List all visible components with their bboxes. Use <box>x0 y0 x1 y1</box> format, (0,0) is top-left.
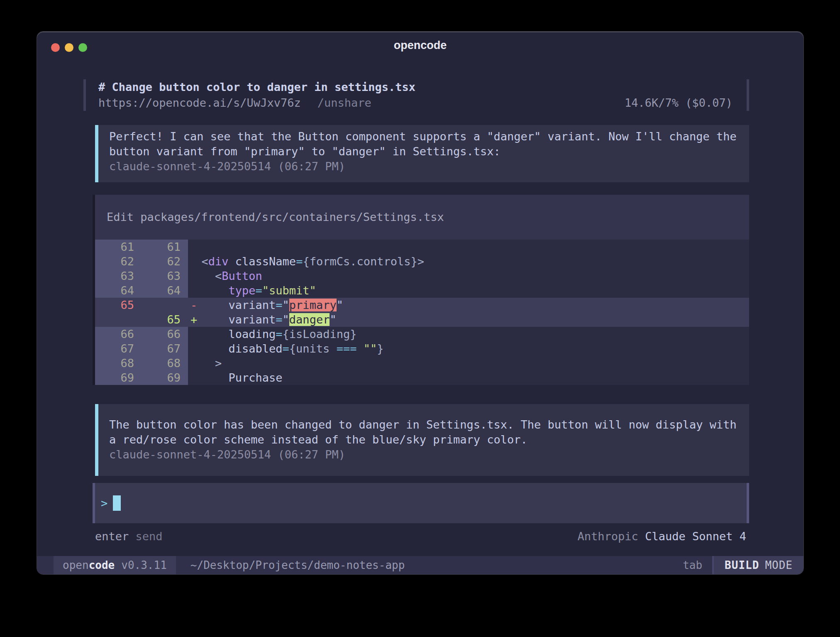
code-token: = <box>296 255 303 268</box>
edit-tool-block: Edit packages/frontend/src/containers/Se… <box>93 195 749 385</box>
opencode-window: opencode # Change button color to danger… <box>37 31 804 575</box>
code-token: < <box>188 255 208 268</box>
brand-prefix: open <box>63 559 89 571</box>
old-line-number: 66 <box>95 327 142 341</box>
new-line-number: 63 <box>142 269 188 283</box>
brand-suffix: code <box>89 559 115 571</box>
code-token: {units <box>289 342 337 355</box>
new-line-number: 65 <box>142 312 188 327</box>
code-token: = <box>256 284 262 297</box>
model-name: Claude Sonnet 4 <box>645 530 746 543</box>
diff-row: 6464 type="submit" <box>95 283 749 298</box>
mode-toggle[interactable]: BUILD MODE <box>714 556 803 574</box>
old-line-number: 67 <box>95 341 142 356</box>
app-version-chip: opencode v0.3.11 <box>54 556 176 574</box>
diff-code-line: + variant="danger" <box>188 312 749 327</box>
zoom-button[interactable] <box>78 43 87 52</box>
removed-marker: - <box>190 298 197 312</box>
provider-name: Anthropic <box>578 530 638 543</box>
titlebar: opencode <box>37 32 803 56</box>
new-line-number: 61 <box>142 240 188 254</box>
session-header-row: https://opencode.ai/s/UwJxv76z /unshare … <box>98 95 749 111</box>
status-bar: opencode v0.3.11 ~/Desktop/Projects/demo… <box>37 556 803 574</box>
diff-view: 61616262 <div className={formCs.controls… <box>95 240 749 385</box>
share-url[interactable]: https://opencode.ai/s/UwJxv76z <box>98 95 301 111</box>
diff-row: 6161 <box>95 240 749 254</box>
old-line-number: 65 <box>95 298 142 312</box>
window-title: opencode <box>394 39 447 52</box>
new-line-number <box>142 298 188 312</box>
session-title: # Change button color to danger in setti… <box>98 79 749 95</box>
new-line-number: 62 <box>142 254 188 269</box>
status-bar-right: tab BUILD MODE <box>683 556 803 574</box>
code-token: " <box>337 299 343 311</box>
assistant-message: The button color has been changed to dan… <box>95 404 749 476</box>
code-token: {formCs.controls}> <box>303 255 424 268</box>
close-button[interactable] <box>51 43 60 52</box>
code-token: } <box>377 342 383 355</box>
session-header: # Change button color to danger in setti… <box>83 79 749 111</box>
minimize-button[interactable] <box>65 43 73 52</box>
diff-code-line: Purchase <box>188 370 749 385</box>
code-token: className <box>229 255 296 268</box>
old-line-number: 61 <box>95 240 142 254</box>
diff-row: 6767 disabled={units === ""} <box>95 341 749 356</box>
code-token: "" <box>357 342 377 355</box>
message-line: The button color has been changed to dan… <box>109 417 749 432</box>
code-token: = <box>276 313 282 326</box>
working-directory: ~/Desktop/Projects/demo-notes-app <box>190 556 405 574</box>
prompt-input[interactable]: > <box>93 483 749 523</box>
code-token: primary <box>289 299 337 311</box>
token-cost-stats: 14.6K/7% ($0.07) <box>625 95 733 111</box>
old-line-number: 63 <box>95 269 142 283</box>
code-token: === <box>337 342 357 355</box>
message-line: button variant from "primary" to "danger… <box>109 144 749 159</box>
footer-hints: enter send Anthropic Claude Sonnet 4 <box>95 529 746 544</box>
code-token: > <box>188 357 222 370</box>
diff-code-line: > <box>188 356 749 370</box>
hint-key: enter <box>95 530 129 543</box>
unshare-command[interactable]: /unshare <box>317 95 371 111</box>
old-line-number: 64 <box>95 283 142 298</box>
send-hint: enter send <box>95 529 163 544</box>
assistant-message: Perfect! I can see that the Button compo… <box>95 125 749 182</box>
code-token: {isLoading} <box>283 328 357 341</box>
text-cursor <box>113 495 121 511</box>
diff-row: 65- variant="primary" <box>95 298 749 312</box>
message-line: a red/rose color scheme instead of the b… <box>109 432 749 447</box>
tab-hint: tab <box>683 556 702 574</box>
new-line-number: 64 <box>142 283 188 298</box>
code-token: = <box>283 342 289 355</box>
old-line-number: 62 <box>95 254 142 269</box>
message-meta: claude-sonnet-4-20250514 (06:27 PM) <box>109 159 749 174</box>
diff-row: 6868 > <box>95 356 749 370</box>
code-token: Purchase <box>188 371 283 384</box>
traffic-lights <box>51 43 87 52</box>
code-token: Button <box>222 270 262 282</box>
diff-row: 65+ variant="danger" <box>95 312 749 327</box>
diff-code-line: - variant="primary" <box>188 298 749 312</box>
diff-row: 6363 <Button <box>95 269 749 283</box>
code-token: disabled <box>188 342 283 355</box>
code-token: = <box>276 328 282 341</box>
model-indicator[interactable]: Anthropic Claude Sonnet 4 <box>578 529 746 544</box>
diff-row: 6666 loading={isLoading} <box>95 327 749 341</box>
added-marker: + <box>190 312 197 327</box>
old-line-number: 69 <box>95 370 142 385</box>
code-token: div <box>208 255 229 268</box>
code-token: < <box>188 270 222 282</box>
diff-code-line: <div className={formCs.controls}> <box>188 254 749 269</box>
message-meta: claude-sonnet-4-20250514 (06:27 PM) <box>109 447 749 462</box>
code-token: variant <box>188 299 276 311</box>
code-token: " <box>283 313 289 326</box>
code-token: type <box>188 284 256 297</box>
code-token: danger <box>289 313 330 326</box>
new-line-number: 68 <box>142 356 188 370</box>
diff-row: 6969 Purchase <box>95 370 749 385</box>
diff-code-line: type="submit" <box>188 283 749 298</box>
edit-tool-header: Edit packages/frontend/src/containers/Se… <box>95 195 749 240</box>
diff-code-line: disabled={units === ""} <box>188 341 749 356</box>
new-line-number: 67 <box>142 341 188 356</box>
new-line-number: 69 <box>142 370 188 385</box>
diff-code-line <box>188 240 749 254</box>
